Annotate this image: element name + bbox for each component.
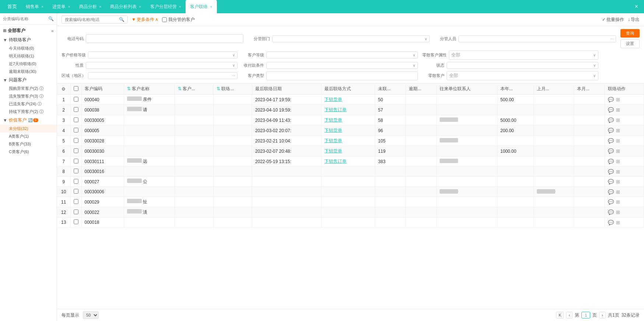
reset-btn[interactable]: 设置 — [620, 39, 640, 48]
sidebar-search-input[interactable] — [3, 17, 47, 21]
grid-action-icon[interactable]: ⊞ — [616, 117, 620, 123]
grid-action-icon[interactable]: ⊞ — [616, 128, 620, 133]
sidebar-item-churn-warning[interactable]: 流失预警客户(3) ⓘ — [0, 92, 57, 100]
contact-type-link[interactable]: 下销货单 — [324, 148, 342, 154]
my-customers-filter[interactable]: 我分管的客户 — [162, 17, 195, 23]
export-btn[interactable]: ↓ 导出 — [628, 17, 640, 23]
sidebar-item-overdue[interactable]: 逾期未联络(30) — [0, 68, 57, 75]
row-checkbox[interactable] — [74, 209, 78, 214]
row-checkbox[interactable] — [74, 138, 78, 143]
grid-action-icon[interactable]: ⊞ — [616, 148, 620, 154]
grid-action-icon[interactable]: ⊞ — [616, 189, 620, 195]
first-page-btn[interactable]: K — [556, 312, 564, 318]
chat-icon[interactable]: 💬 — [608, 159, 614, 164]
close-contact-tab[interactable]: × — [210, 4, 212, 9]
row-checkbox[interactable] — [74, 117, 78, 122]
nav-tab-crm[interactable]: 客户分层经营 × — [146, 0, 186, 13]
select-all-checkbox[interactable] — [74, 86, 78, 91]
contact-type-link[interactable]: 下销售订单 — [324, 159, 346, 164]
row-checkbox[interactable] — [74, 169, 78, 173]
chat-icon[interactable]: 💬 — [608, 220, 614, 225]
grid-action-icon[interactable]: ⊞ — [616, 179, 620, 184]
sort-icon3[interactable]: ⇅ — [217, 86, 220, 91]
nav-tab-analysis-list[interactable]: 商品分析列表 × — [106, 0, 145, 13]
nav-tab-analysis[interactable]: 商品分析 × — [75, 0, 106, 13]
nav-tab-contact[interactable]: 客户联络 × — [186, 0, 217, 13]
col-settings[interactable]: ⚙ — [57, 84, 70, 95]
sort-icon[interactable]: ⇅ — [127, 86, 131, 91]
my-customers-checkbox[interactable] — [162, 17, 167, 22]
chat-icon[interactable]: 💬 — [608, 117, 614, 123]
settings-icon[interactable]: ⚙ — [61, 87, 66, 92]
dept-select[interactable]: ∨ — [272, 35, 430, 42]
sort-icon2[interactable]: ⇅ — [178, 86, 182, 91]
close-analysis-tab[interactable]: × — [99, 4, 101, 9]
retail-cust-select[interactable]: 全部 ∨ — [447, 71, 598, 80]
chat-icon[interactable]: 💬 — [608, 97, 614, 102]
nav-tab-purchase[interactable]: 进货单 × — [48, 0, 74, 13]
sidebar-item-class-c[interactable]: C类客户(6) — [0, 148, 57, 156]
grid-action-icon[interactable]: ⊞ — [616, 199, 620, 205]
sidebar-item-declining[interactable]: 持续下滑客户(2) ⓘ — [0, 108, 57, 116]
manager-select[interactable]: ··· — [458, 35, 616, 42]
contact-type-link[interactable]: 下销货单 — [324, 117, 342, 123]
row-checkbox[interactable] — [74, 199, 78, 204]
grid-action-icon[interactable]: ⊞ — [616, 97, 620, 102]
contact-type-link[interactable]: 下销货单 — [324, 138, 342, 143]
sidebar-collapse-btn[interactable]: « — [51, 28, 54, 33]
search-input[interactable] — [65, 17, 119, 22]
price-level-select[interactable]: ∨ — [88, 52, 237, 59]
phone-input[interactable] — [86, 34, 243, 43]
contact-type-link[interactable]: 下销货单 — [324, 97, 342, 102]
chat-icon[interactable]: 💬 — [608, 107, 614, 113]
chat-icon[interactable]: 💬 — [608, 148, 614, 154]
next-page-btn[interactable]: › — [599, 312, 606, 318]
row-checkbox[interactable] — [74, 97, 78, 102]
chat-icon[interactable]: 💬 — [608, 189, 614, 195]
nav-home[interactable]: 首页 — [3, 0, 21, 13]
grid-action-icon[interactable]: ⊞ — [616, 107, 620, 113]
batch-op-btn[interactable]: ✓ 批量操作 — [602, 17, 624, 23]
chat-icon[interactable]: 💬 — [608, 209, 614, 215]
grid-action-icon[interactable]: ⊞ — [616, 169, 620, 174]
sidebar-all-customers[interactable]: ⊞ 全部客户 « — [0, 25, 57, 35]
close-crm-tab[interactable]: × — [179, 4, 181, 9]
grid-action-icon[interactable]: ⊞ — [616, 220, 620, 225]
section-pending-contact[interactable]: ▼ 待联络客户 — [0, 35, 57, 45]
sidebar-item-tomorrow[interactable]: 明天待联络(1) — [0, 52, 57, 60]
region-select[interactable]: ··· — [88, 72, 237, 79]
grid-action-icon[interactable]: ⊞ — [616, 138, 620, 144]
cust-level-select[interactable]: ∨ — [266, 52, 418, 59]
payment-select[interactable]: ∨ — [266, 62, 418, 69]
section-problem-customers[interactable]: ▼ 问题客户 — [0, 75, 57, 85]
nature-select[interactable]: ∨ — [86, 62, 237, 69]
row-checkbox[interactable] — [74, 128, 78, 133]
row-checkbox[interactable] — [74, 159, 78, 163]
chat-icon[interactable]: 💬 — [608, 199, 614, 205]
sidebar-item-ungrouped[interactable]: 未分组(32) — [0, 125, 57, 133]
grid-action-icon[interactable]: ⊞ — [616, 209, 620, 215]
row-checkbox[interactable] — [74, 148, 78, 153]
close-sales-tab[interactable]: × — [41, 4, 43, 9]
cust-type-input[interactable] — [266, 71, 418, 80]
sidebar-item-class-b[interactable]: B类客户(33) — [0, 140, 57, 148]
contact-type-link[interactable]: 下销售订单 — [324, 107, 346, 112]
close-analysis-list-tab[interactable]: × — [139, 4, 141, 9]
section-value-customers[interactable]: ▼ 价值客户 🔄 F — [0, 116, 57, 125]
row-checkbox[interactable] — [74, 219, 78, 224]
grid-action-icon[interactable]: ⊞ — [616, 159, 620, 164]
sidebar-item-abnormal[interactable]: 囤购异常客户(2) ⓘ — [0, 85, 57, 92]
sidebar-item-today[interactable]: 今天待联络(0) — [0, 45, 57, 52]
sidebar-item-churned[interactable]: 已流失客户(24) ⓘ — [0, 100, 57, 108]
search-box[interactable]: 🔍 — [61, 15, 128, 24]
chat-icon[interactable]: 💬 — [608, 169, 614, 174]
row-checkbox[interactable] — [74, 189, 78, 194]
chat-icon[interactable]: 💬 — [608, 138, 614, 144]
retail-attr-select[interactable]: 全部 ∨ — [449, 50, 598, 60]
prev-page-btn[interactable]: ‹ — [566, 312, 573, 318]
window-close-btn[interactable]: × — [632, 3, 641, 10]
query-btn[interactable]: 查询 — [620, 29, 640, 38]
more-filters-btn[interactable]: ▼ 更多条件 ∧ — [131, 17, 158, 23]
chat-icon[interactable]: 💬 — [608, 179, 614, 184]
status-select[interactable]: ∨ — [447, 62, 598, 69]
